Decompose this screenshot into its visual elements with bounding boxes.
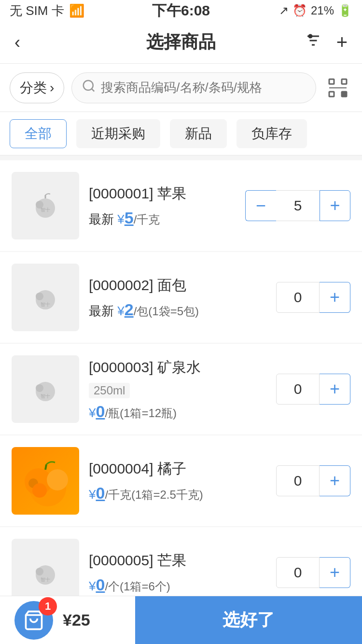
tab-all[interactable]: 全部 [10,119,67,148]
qty-control-5: + [276,557,350,588]
product-image-3: 智十 [12,355,79,423]
wifi-icon: 📶 [69,3,84,18]
product-name-4: [0000004] 橘子 [89,459,266,479]
status-time: 下午6:08 [152,1,210,21]
product-price-5: ¥0/个(1箱=6个) [89,575,266,594]
svg-point-26 [32,483,47,498]
bottom-bar: 1 ¥25 选好了 [0,596,362,644]
product-image-1: 智十 [12,172,79,239]
qty-plus-button-4[interactable]: + [320,465,350,496]
cart-total: ¥25 [63,611,90,630]
battery-text: 21% [311,4,334,17]
nav-title: 选择商品 [146,30,216,54]
svg-line-5 [92,89,94,91]
svg-text:智十: 智十 [41,302,50,307]
search-icon [82,79,96,97]
alarm-icon: ⏰ [292,4,307,17]
search-bar: 分类 › [0,64,362,112]
product-info-4: [0000004] 橘子 ¥0/千克(1箱=2.5千克) [89,459,266,503]
qty-input-5[interactable] [276,557,320,588]
tab-negative-stock[interactable]: 负库存 [237,119,307,148]
svg-point-28 [36,568,43,575]
chevron-right-icon: › [50,80,54,96]
product-info-2: [0000002] 面包 最新 ¥2/包(1袋=5包) [89,276,266,320]
svg-rect-10 [342,92,347,97]
qty-input-1[interactable] [276,190,320,221]
tab-recent-purchase[interactable]: 近期采购 [76,119,160,148]
category-button[interactable]: 分类 › [10,72,64,103]
svg-text:智十: 智十 [41,577,50,582]
product-spec-3: 250ml [89,383,130,398]
svg-point-4 [84,81,93,90]
search-input[interactable] [101,80,306,95]
product-price-3: ¥0/瓶(1箱=12瓶) [89,402,266,421]
svg-point-25 [47,469,68,490]
svg-point-19 [36,384,43,392]
product-price-4: ¥0/千克(1箱=2.5千克) [89,484,266,503]
carrier-text: 无 SIM 卡 [10,2,64,19]
qty-minus-button-1[interactable]: − [245,190,276,221]
qty-plus-button-2[interactable]: + [320,282,350,313]
qty-control-4: + [276,465,350,496]
svg-point-3 [309,35,312,38]
status-left: 无 SIM 卡 📶 [10,2,84,19]
scan-button[interactable] [323,73,352,102]
product-name-2: [0000002] 面包 [89,276,266,295]
qty-control-2: + [276,282,350,313]
status-bar: 无 SIM 卡 📶 下午6:08 ↗ ⏰ 21% 🔋 [0,0,362,21]
product-name-3: [0000003] 矿泉水 [89,358,266,378]
qty-plus-button-3[interactable]: + [320,374,350,405]
location-icon: ↗ [279,4,289,17]
svg-text:智十: 智十 [41,393,50,399]
add-button[interactable]: + [336,31,348,53]
cart-icon-button[interactable]: 1 [14,601,53,640]
product-info-3: [0000003] 矿泉水 250ml ¥0/瓶(1箱=12瓶) [89,358,266,421]
qty-plus-button-5[interactable]: + [320,557,350,588]
nav-right: + [305,31,348,53]
search-input-wrap [71,72,316,103]
back-button[interactable]: ‹ [14,32,20,53]
product-info-5: [0000005] 芒果 ¥0/个(1箱=6个) [89,551,266,594]
qty-input-2[interactable] [276,282,320,313]
filter-tabs: 全部 近期采购 新品 负库存 [0,112,362,155]
qty-control-1: − + [245,190,350,221]
product-item: 智十 [0000003] 矿泉水 250ml ¥0/瓶(1箱=12瓶) + [0,344,362,434]
product-item: 智十 [0000002] 面包 最新 ¥2/包(1袋=5包) + [0,252,362,343]
qty-input-4[interactable] [276,465,320,496]
product-item: [0000004] 橘子 ¥0/千克(1箱=2.5千克) + [0,435,362,526]
nav-left: ‹ [14,32,20,53]
svg-rect-8 [329,92,334,97]
tab-new-product[interactable]: 新品 [170,119,227,148]
svg-rect-7 [342,79,347,84]
qty-control-3: + [276,374,350,405]
product-image-2: 智十 [12,264,79,331]
product-list: 智十 [0000001] 苹果 最新 ¥5/千克 − + 智十 [0,160,362,644]
cart-section: 1 ¥25 [0,601,135,640]
product-item: 智十 [0000001] 苹果 最新 ¥5/千克 − + [0,160,362,251]
qty-plus-button-1[interactable]: + [320,190,350,221]
product-name-5: [0000005] 芒果 [89,551,266,571]
cart-badge: 1 [39,597,57,616]
product-price-1: 最新 ¥5/千克 [89,209,236,228]
product-image-4 [12,447,79,515]
confirm-button[interactable]: 选好了 [135,596,362,644]
qty-input-3[interactable] [276,374,320,405]
svg-line-24 [45,464,46,470]
product-info-1: [0000001] 苹果 最新 ¥5/千克 [89,184,236,228]
filter-icon[interactable] [305,32,322,53]
product-name-1: [0000001] 苹果 [89,184,236,204]
battery-icon: 🔋 [338,4,352,17]
svg-point-16 [36,293,43,300]
svg-text:智十: 智十 [41,207,50,212]
svg-rect-6 [329,79,334,84]
status-right: ↗ ⏰ 21% 🔋 [279,4,352,17]
product-price-2: 最新 ¥2/包(1袋=5包) [89,300,266,320]
nav-bar: ‹ 选择商品 + [0,21,362,64]
